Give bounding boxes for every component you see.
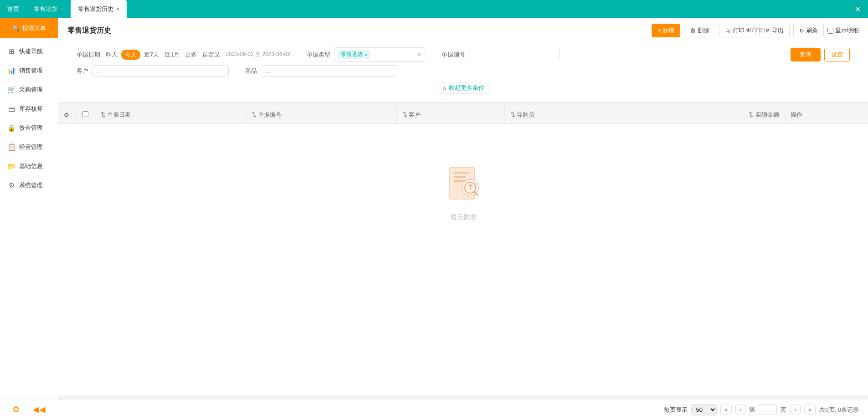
tab-retail-return-history[interactable]: 零售退货历史 × — [71, 0, 127, 18]
filter-area: 单据日期 昨天 今天 近7天 近1月 更多 自定义 2023-06-02 至 2… — [67, 43, 859, 102]
th-operation: 操作 — [785, 106, 868, 124]
query-button[interactable]: 查询 — [791, 48, 821, 61]
goods-select[interactable]: … — [261, 65, 397, 77]
inventory-calc-icon: 🗃 — [7, 105, 15, 113]
date-option-more[interactable]: 更多 — [183, 50, 199, 60]
date-option-1month[interactable]: 近1月 — [163, 50, 181, 60]
date-filter-group: 昨天 今天 近7天 近1月 更多 自定义 — [104, 50, 222, 60]
page-title-row: 零售退货历史 + 新增 🗑 🗑 删除 删除 🖨 打印 ▾ ↗ 导出 — [67, 24, 859, 37]
quick-nav-icon: ⊞ — [7, 47, 15, 56]
customer-label: 客户 — [77, 67, 88, 75]
purchase-mgmt-icon: 🛒 — [7, 86, 15, 94]
data-table: ⚙ ⇅ 单据日期 ⇅ 单据编号 — [58, 106, 868, 258]
delete-icon: 🗑 — [690, 27, 696, 34]
sidebar-item-basic-label: 基础信息 — [19, 162, 43, 170]
sidebar-item-ops-mgmt[interactable]: 📋 经营管理 — [0, 138, 58, 157]
sidebar-item-sales-label: 销售管理 — [19, 67, 43, 75]
next-page-btn[interactable]: › — [790, 405, 800, 415]
collapse-up-icon: ∧ — [442, 85, 447, 92]
last-page-btn[interactable]: » — [804, 405, 816, 415]
th-bill-date-label: ⇅ 单据日期 — [101, 111, 131, 119]
sidebar-settings-btn[interactable]: ⚙ — [12, 405, 20, 415]
window-close-btn[interactable]: ✕ — [855, 5, 861, 13]
new-button[interactable]: + 新增 — [652, 24, 680, 37]
toolbar-btns: + 新增 🗑 🗑 删除 删除 🖨 打印 ▾ ↗ 导出 — [652, 24, 859, 37]
table-area: ⚙ ⇅ 单据日期 ⇅ 单据编号 — [58, 106, 868, 395]
bill-no-input[interactable] — [469, 49, 560, 60]
page-unit: 页 — [781, 406, 786, 414]
date-option-today[interactable]: 今天 — [121, 50, 140, 60]
ops-mgmt-icon: 📋 — [7, 143, 15, 151]
table-settings-icon[interactable]: ⚙ — [64, 112, 69, 118]
th-bill-no[interactable]: ⇅ 单据编号 — [246, 106, 396, 124]
sidebar-audio-btn[interactable]: ◀◀ — [33, 405, 46, 415]
delete-button[interactable]: 🗑 🗑 删除 删除 — [684, 24, 715, 37]
search-icon: 🔍 — [12, 25, 20, 32]
goods-label: 商品 — [245, 67, 257, 75]
sidebar-item-sys-label: 系统管理 — [19, 181, 43, 190]
tab-home-label: 首页 — [7, 5, 19, 13]
first-page-btn[interactable]: « — [720, 405, 732, 415]
main-layout: 🔍 搜索菜单 ⊞ 快捷导航 📊 销售管理 🛒 采购管理 🗃 库存核算 🔒 — [0, 18, 868, 420]
sidebar-search[interactable]: 🔍 搜索菜单 — [0, 18, 58, 38]
th-actual-amount[interactable]: ⇅ 实销金额 — [634, 106, 785, 124]
page-header: 零售退货历史 + 新增 🗑 🗑 删除 删除 🖨 打印 ▾ ↗ 导出 — [58, 18, 868, 102]
sys-mgmt-icon: ⚙ — [7, 181, 15, 190]
print-button[interactable]: 🖨 打印 ▾ — [719, 24, 755, 37]
asset-mgmt-icon: 🔒 — [7, 124, 15, 132]
sidebar-item-sys-mgmt[interactable]: ⚙ 系统管理 — [0, 176, 58, 195]
sidebar-item-purchase-mgmt[interactable]: 🛒 采购管理 — [0, 80, 58, 99]
date-option-yesterday[interactable]: 昨天 — [104, 50, 119, 60]
display-detail-checkbox[interactable] — [827, 28, 833, 34]
date-option-custom[interactable]: 自定义 — [200, 50, 222, 60]
tab-home[interactable]: 首页 — [0, 0, 26, 18]
sidebar-item-quick-nav-label: 快捷导航 — [19, 47, 43, 56]
date-filter-label: 单据日期 — [77, 51, 100, 59]
empty-state-row: 暂无数据 — [58, 124, 868, 258]
sidebar-item-sales-mgmt[interactable]: 📊 销售管理 — [0, 61, 58, 80]
collapse-label: 收起更多条件 — [449, 84, 484, 92]
th-settings[interactable]: ⚙ — [58, 106, 77, 124]
sidebar-item-asset-label: 资金管理 — [19, 124, 43, 132]
th-actual-amount-label: ⇅ 实销金额 — [749, 111, 779, 119]
th-customer[interactable]: ⇅ 客户 — [396, 106, 504, 124]
customer-select[interactable]: … — [92, 65, 229, 77]
page-label: 第 — [749, 406, 755, 414]
th-bill-date[interactable]: ⇅ 单据日期 — [95, 106, 246, 124]
prev-page-btn[interactable]: ‹ — [735, 405, 745, 415]
refresh-button[interactable]: ↻ 刷新 — [793, 24, 824, 37]
tab-retail-return-history-label: 零售退货历史 — [78, 5, 113, 13]
select-all-checkbox[interactable] — [82, 111, 88, 117]
refresh-icon: ↻ — [799, 27, 804, 34]
svg-rect-1 — [453, 172, 469, 174]
sidebar-item-basic-info[interactable]: 📁 基础信息 — [0, 157, 58, 176]
empty-text: 暂无数据 — [451, 213, 476, 221]
th-operation-label: 操作 — [791, 111, 802, 118]
export-icon: ↗ — [765, 27, 770, 34]
th-guide[interactable]: ⇅ 导购员 — [504, 106, 634, 124]
total-info: 共0页, 0条记录 — [819, 406, 859, 414]
sidebar-item-ops-label: 经营管理 — [19, 143, 43, 151]
export-button[interactable]: ↗ 导出 — [759, 24, 790, 37]
page-input[interactable]: 1 — [759, 405, 777, 415]
top-tab-bar: 首页 零售退货 × 零售退货历史 × ✕ — [0, 0, 868, 18]
collapse-btn[interactable]: ∧ 收起更多条件 — [435, 82, 492, 94]
settings-button[interactable]: 设置 — [824, 48, 850, 61]
bill-type-select[interactable]: 零售退货 × ▾ — [334, 47, 425, 61]
tab-retail-return[interactable]: 零售退货 × — [26, 0, 71, 18]
display-detail-checkbox-label[interactable]: 显示明细 — [827, 26, 859, 35]
tab-retail-return-history-close[interactable]: × — [116, 6, 119, 12]
bill-type-tag-close[interactable]: × — [365, 52, 367, 57]
customer-placeholder: … — [96, 67, 102, 74]
bill-type-chevron-icon: ▾ — [418, 51, 421, 58]
th-bill-no-label: ⇅ 单据编号 — [252, 111, 282, 119]
page-size-select[interactable]: 20 50 100 — [691, 404, 717, 415]
date-option-7days[interactable]: 近7天 — [142, 50, 161, 60]
sidebar-item-asset-mgmt[interactable]: 🔒 资金管理 — [0, 118, 58, 138]
sidebar-item-inventory-calc[interactable]: 🗃 库存核算 — [0, 99, 58, 118]
date-range-display: 2023-06-02 至 2023-06-02 — [226, 51, 290, 58]
sidebar-item-quick-nav[interactable]: ⊞ 快捷导航 — [0, 42, 58, 61]
display-detail-text: 显示明细 — [835, 26, 859, 35]
tab-retail-return-close[interactable]: × — [60, 6, 63, 12]
th-customer-label: ⇅ 客户 — [402, 111, 421, 119]
